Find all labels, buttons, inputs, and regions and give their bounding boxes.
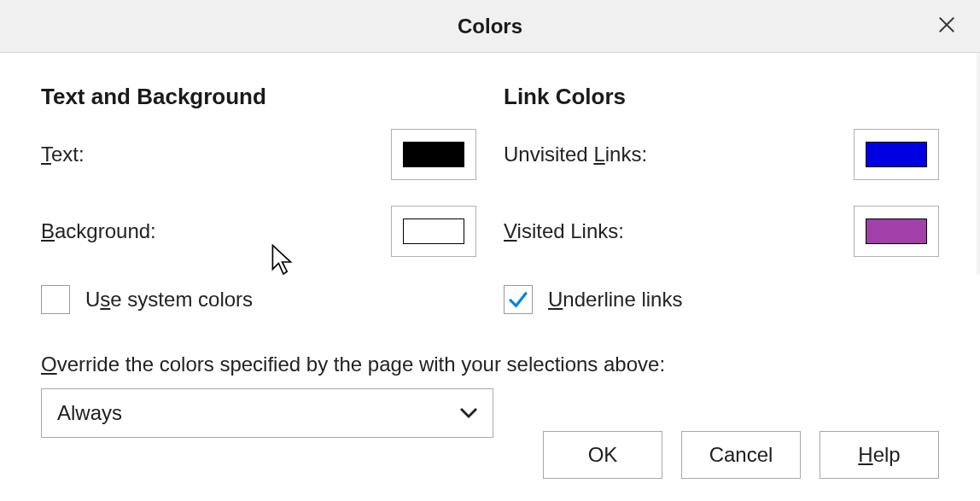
check-icon xyxy=(507,288,529,311)
dialog-title: Colors xyxy=(458,15,522,38)
override-label-rest: verride the colors specified by the page… xyxy=(57,352,665,376)
close-icon xyxy=(937,15,956,38)
background-color-picker[interactable] xyxy=(391,206,476,257)
window-edge xyxy=(977,53,980,275)
use-system-colors-checkbox[interactable] xyxy=(41,285,70,314)
underline-links-label-rest: nderline links xyxy=(563,288,682,311)
text-color-swatch xyxy=(403,142,464,167)
cancel-button[interactable]: Cancel xyxy=(681,431,801,479)
section-heading-link-colors: Link Colors xyxy=(504,84,939,110)
close-button[interactable] xyxy=(932,12,961,41)
dialog-button-row: OK Cancel Help xyxy=(543,431,939,479)
chevron-down-icon xyxy=(460,401,477,425)
ok-button-label: OK xyxy=(588,443,618,467)
help-button[interactable]: Help xyxy=(820,431,939,479)
background-color-swatch xyxy=(403,218,464,244)
unvisited-links-color-picker[interactable] xyxy=(854,129,939,180)
text-color-label-rest: ext: xyxy=(51,143,85,166)
override-select[interactable]: Always xyxy=(41,388,493,438)
section-heading-text-background: Text and Background xyxy=(41,84,476,110)
cancel-button-label: Cancel xyxy=(709,443,773,467)
override-label: Override the colors specified by the pag… xyxy=(41,352,939,376)
text-color-label: Text: xyxy=(41,143,85,166)
text-color-picker[interactable] xyxy=(391,129,476,180)
ok-button[interactable]: OK xyxy=(543,431,662,479)
override-section: Override the colors specified by the pag… xyxy=(41,352,939,438)
override-select-value: Always xyxy=(57,401,122,425)
dialog-content: Text and Background Text: Background: Us… xyxy=(0,53,980,438)
underline-links-label: Underline links xyxy=(548,288,682,312)
use-system-colors-label: Use system colors xyxy=(85,288,253,312)
visited-links-label-rest: isited Links: xyxy=(517,219,624,242)
visited-links-label: Visited Links: xyxy=(504,219,624,243)
visited-links-swatch xyxy=(866,218,927,244)
background-color-label: Background: xyxy=(41,219,156,243)
help-button-label-rest: elp xyxy=(873,443,901,467)
unvisited-links-label-rest: inks: xyxy=(605,143,647,166)
background-color-label-rest: ackground: xyxy=(55,219,156,242)
title-bar: Colors xyxy=(0,0,980,53)
visited-links-color-picker[interactable] xyxy=(854,206,939,257)
unvisited-links-label: Unvisited Links: xyxy=(504,143,647,166)
underline-links-checkbox[interactable] xyxy=(504,285,533,314)
unvisited-links-swatch xyxy=(866,142,927,167)
use-system-colors-label-rest: e system colors xyxy=(110,288,253,311)
